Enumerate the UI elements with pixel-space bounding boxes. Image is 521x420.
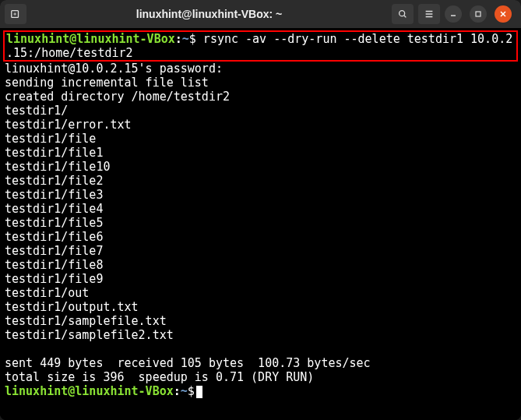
svg-point-1 — [400, 11, 405, 16]
search-button[interactable] — [392, 4, 414, 24]
close-icon — [499, 10, 507, 18]
output-line: testdir1/samplefile.txt — [3, 314, 518, 328]
summary-line-2: total size is 396 speedup is 0.71 (DRY R… — [3, 370, 518, 384]
prompt-user: linuxhint — [6, 32, 69, 46]
output-line: testdir1/file — [3, 132, 518, 146]
prompt-symbol: $ — [189, 32, 196, 46]
prompt-host: linuxhint-VBox — [75, 384, 173, 398]
output-line: testdir1/samplefile2.txt — [3, 328, 518, 342]
output-line: sending incremental file list — [3, 76, 518, 90]
output-line: testdir1/error.txt — [3, 118, 518, 132]
new-tab-icon — [10, 9, 21, 19]
prompt-symbol: $ — [188, 384, 195, 398]
blank-line — [3, 342, 518, 356]
output-line: testdir1/file6 — [3, 230, 518, 244]
summary-line-1: sent 449 bytes received 105 bytes 100.73… — [3, 356, 518, 370]
output-line: testdir1/file1 — [3, 146, 518, 160]
maximize-icon — [474, 10, 482, 18]
close-button[interactable] — [495, 5, 512, 23]
prompt-host: linuxhint-VBox — [76, 32, 174, 46]
cursor — [196, 386, 202, 398]
new-tab-button[interactable] — [5, 4, 26, 24]
hamburger-icon — [424, 9, 435, 19]
terminal-window: linuxhint@linuxhint-VBox: ~ — [0, 0, 521, 420]
output-line: testdir1/file9 — [3, 272, 518, 286]
output-line: testdir1/file5 — [3, 216, 518, 230]
minimize-icon — [449, 10, 457, 18]
window-controls — [445, 5, 516, 23]
output-line: created directory /home/testdir2 — [3, 90, 518, 104]
titlebar: linuxhint@linuxhint-VBox: ~ — [0, 0, 521, 28]
prompt-path: ~ — [181, 384, 188, 398]
prompt-at: @ — [69, 32, 76, 46]
output-line: testdir1/ — [3, 104, 518, 118]
output-line: testdir1/file7 — [3, 244, 518, 258]
output-line: testdir1/file4 — [3, 202, 518, 216]
window-title: linuxhint@linuxhint-VBox: ~ — [31, 8, 387, 20]
command-line-2: .15:/home/testdir2 — [6, 46, 515, 60]
output-line: linuxhint@10.0.2.15's password: — [3, 62, 518, 76]
output-line: testdir1/file3 — [3, 188, 518, 202]
prompt-at: @ — [68, 384, 75, 398]
prompt-line[interactable]: linuxhint@linuxhint-VBox:~$ — [3, 384, 518, 398]
output-line: testdir1/out — [3, 286, 518, 300]
svg-rect-2 — [476, 12, 481, 16]
output-line: testdir1/file2 — [3, 174, 518, 188]
prompt-user: linuxhint — [5, 384, 68, 398]
maximize-button[interactable] — [470, 5, 487, 23]
prompt-path: ~ — [182, 32, 189, 46]
terminal-body[interactable]: linuxhint@linuxhint-VBox:~$ rsync -av --… — [0, 28, 521, 420]
output-line: testdir1/output.txt — [3, 300, 518, 314]
output-line: testdir1/file10 — [3, 160, 518, 174]
prompt-colon: : — [175, 32, 182, 46]
minimize-button[interactable] — [445, 5, 462, 23]
search-icon — [397, 9, 408, 19]
menu-button[interactable] — [418, 4, 440, 24]
output-line: testdir1/file8 — [3, 258, 518, 272]
prompt-colon: : — [174, 384, 181, 398]
highlighted-command: linuxhint@linuxhint-VBox:~$ rsync -av --… — [3, 30, 518, 62]
command-line-1: linuxhint@linuxhint-VBox:~$ rsync -av --… — [6, 32, 515, 46]
command-text-1: rsync -av --dry-run --delete testdir1 10… — [196, 32, 512, 46]
